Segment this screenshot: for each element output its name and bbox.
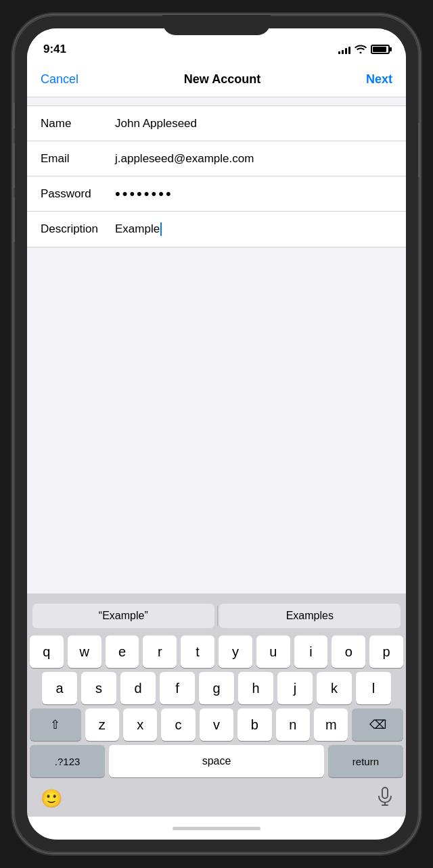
name-value[interactable]: John Appleseed [115, 117, 392, 130]
key-g[interactable]: g [199, 672, 234, 704]
battery-icon [371, 45, 390, 54]
key-x[interactable]: x [123, 708, 157, 741]
phone-screen: 9:41 [27, 28, 406, 840]
password-label: Password [41, 187, 115, 201]
keyboard-row-1: q w e r t y u i o p [30, 635, 403, 668]
key-r[interactable]: r [143, 635, 177, 668]
key-q[interactable]: q [30, 635, 64, 668]
password-value[interactable]: •••••••• [115, 185, 392, 203]
numbers-key[interactable]: .?123 [30, 745, 105, 777]
key-d[interactable]: d [120, 672, 156, 704]
keyboard-row-3: ⇧ z x c v b n m ⌫ [30, 708, 403, 741]
email-row: Email j.appleseed@example.com [27, 141, 406, 176]
navigation-bar: Cancel New Account Next [27, 62, 406, 97]
key-a[interactable]: a [42, 672, 77, 704]
keyboard: “Example” Examples q w e r t y u i o p [27, 594, 406, 783]
key-t[interactable]: t [181, 635, 214, 668]
key-e[interactable]: e [106, 635, 139, 668]
signal-icon [338, 45, 350, 54]
wifi-icon [355, 44, 367, 55]
page-title: New Account [184, 72, 260, 87]
status-time: 9:41 [43, 43, 66, 56]
keyboard-row-4: .?123 space return [30, 745, 403, 777]
key-u[interactable]: u [256, 635, 290, 668]
key-y[interactable]: y [219, 635, 252, 668]
status-icons [338, 44, 390, 55]
emoji-icon[interactable]: 🙂 [41, 788, 62, 809]
description-label: Description [41, 222, 115, 236]
notch [162, 15, 271, 35]
name-row: Name John Appleseed [27, 106, 406, 141]
key-j[interactable]: j [277, 672, 313, 704]
home-bar [173, 827, 260, 830]
key-c[interactable]: c [161, 708, 195, 741]
mute-button [14, 103, 15, 128]
home-indicator [27, 817, 406, 840]
volume-down-button [14, 197, 15, 242]
volume-up-button [14, 143, 15, 188]
return-key[interactable]: return [328, 745, 403, 777]
key-h[interactable]: h [238, 672, 273, 704]
power-button [418, 123, 419, 177]
key-w[interactable]: w [68, 635, 101, 668]
key-v[interactable]: v [200, 708, 233, 741]
key-b[interactable]: b [237, 708, 271, 741]
key-l[interactable]: l [356, 672, 391, 704]
content-area [27, 247, 406, 594]
space-key[interactable]: space [109, 745, 324, 777]
cancel-button[interactable]: Cancel [41, 72, 78, 87]
svg-rect-0 [382, 788, 388, 798]
key-o[interactable]: o [332, 635, 365, 668]
form-section: Name John Appleseed Email j.appleseed@ex… [27, 105, 406, 247]
phone-frame: 9:41 [14, 15, 419, 853]
autocomplete-item-2[interactable]: Examples [219, 604, 401, 628]
autocomplete-bar: “Example” Examples [30, 600, 403, 631]
key-n[interactable]: n [276, 708, 310, 741]
key-i[interactable]: i [294, 635, 328, 668]
name-label: Name [41, 117, 115, 130]
text-cursor [160, 222, 162, 236]
description-value[interactable]: Example [115, 222, 392, 237]
key-p[interactable]: p [369, 635, 403, 668]
email-label: Email [41, 152, 115, 166]
keyboard-bottom-bar: 🙂 [27, 783, 406, 817]
autocomplete-item-1[interactable]: “Example” [32, 604, 214, 628]
password-row: Password •••••••• [27, 176, 406, 212]
description-row: Description Example [27, 212, 406, 247]
key-m[interactable]: m [314, 708, 348, 741]
key-k[interactable]: k [317, 672, 352, 704]
microphone-icon[interactable] [378, 787, 392, 810]
backspace-key[interactable]: ⌫ [352, 708, 403, 741]
key-f[interactable]: f [160, 672, 195, 704]
shift-key[interactable]: ⇧ [30, 708, 81, 741]
autocomplete-separator [217, 606, 218, 626]
email-value[interactable]: j.appleseed@example.com [115, 152, 392, 166]
key-s[interactable]: s [81, 672, 116, 704]
next-button[interactable]: Next [366, 72, 392, 87]
keyboard-row-2: a s d f g h j k l [30, 672, 403, 704]
key-z[interactable]: z [85, 708, 119, 741]
